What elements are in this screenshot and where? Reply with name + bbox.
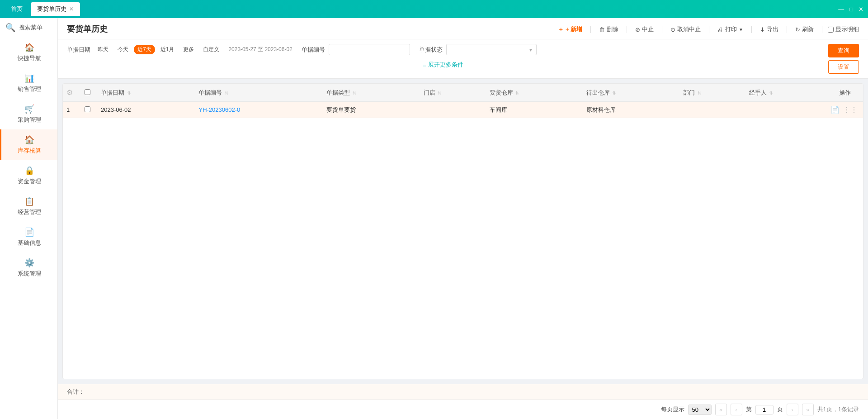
col-store-sort-icon[interactable]: ⇅ [438, 90, 441, 95]
date-btn-today[interactable]: 今天 [114, 45, 132, 54]
date-quick-btns: 昨天 今天 近7天 近1月 更多 自定义 [94, 45, 223, 54]
col-pending-sort-icon[interactable]: ⇅ [612, 90, 616, 95]
sidebar-purchase-label: 采购管理 [18, 116, 41, 124]
doc-number-input[interactable] [329, 44, 410, 55]
tab-close-icon[interactable]: ✕ [69, 6, 74, 12]
stop-button[interactable]: ⊘ 中止 [632, 24, 656, 35]
tab-home[interactable]: 首页 [5, 2, 29, 16]
row-edit-icon[interactable]: 📄 [830, 105, 840, 114]
row-store [420, 102, 486, 118]
export-label: 导出 [767, 25, 778, 33]
current-page-input[interactable]: 1 [755, 405, 774, 414]
status-select[interactable] [446, 44, 537, 55]
tab-home-label: 首页 [11, 5, 23, 13]
col-date-sort-icon[interactable]: ⇅ [127, 90, 131, 95]
display-detail-toggle[interactable]: 显示明细 [828, 25, 859, 33]
col-doc-number-sort-icon[interactable]: ⇅ [225, 90, 228, 95]
sidebar-item-finance[interactable]: 🔒 资金管理 [0, 160, 57, 191]
query-button[interactable]: 查询 [828, 44, 859, 57]
row-doc-number[interactable]: YH-20230602-0 [195, 102, 323, 118]
document-icon: 📄 [24, 227, 34, 237]
sidebar-item-basic-info[interactable]: 📄 基础信息 [0, 222, 57, 252]
doc-number-filter-group: 单据编号 [302, 44, 410, 55]
home-icon: 🏠 [24, 43, 34, 52]
sidebar-item-sales[interactable]: 📊 销售管理 [0, 68, 57, 99]
data-table: ⚙ 单据日期 ⇅ 单据编号 ⇅ [63, 84, 863, 118]
window-controls: — □ ✕ [838, 6, 863, 13]
divider-1 [590, 26, 591, 33]
sidebar-item-quick-nav[interactable]: 🏠 快捷导航 [0, 37, 57, 68]
divider-3 [662, 26, 662, 33]
filter-settings-button[interactable]: 设置 [828, 60, 859, 74]
stop-icon: ⊘ [635, 26, 640, 33]
per-page-select[interactable]: 50 100 [688, 405, 712, 415]
row-checkbox [81, 102, 97, 118]
row-select-checkbox[interactable] [85, 106, 90, 112]
expand-more-btn[interactable]: ≡ 展开更多条件 [67, 59, 819, 71]
prev-page-btn[interactable]: ‹ [731, 404, 742, 415]
col-action: 操作 [827, 84, 863, 102]
next-page-btn[interactable]: › [787, 404, 798, 415]
sidebar-item-purchase[interactable]: 🛒 采购管理 [0, 99, 57, 129]
divider-2 [627, 26, 627, 33]
col-action-label: 操作 [839, 89, 851, 96]
next-page-icon: › [791, 406, 793, 413]
col-pending-warehouse: 待出仓库 ⇅ [583, 84, 679, 102]
maximize-icon[interactable]: □ [849, 6, 853, 13]
sidebar-item-operations[interactable]: 📋 经营管理 [0, 191, 57, 222]
col-doc-type-sort-icon[interactable]: ⇅ [353, 90, 356, 95]
date-filter-group: 单据日期 昨天 今天 近7天 近1月 更多 自定义 2023-05-27 至 2… [67, 45, 292, 54]
prev-page-icon: ‹ [735, 406, 737, 413]
col-dept-sort-icon[interactable]: ⇅ [698, 90, 701, 95]
refresh-button[interactable]: ↻ 刷新 [793, 24, 816, 35]
sidebar-item-search[interactable]: 🔍 搜索菜单 [0, 18, 57, 37]
export-button[interactable]: ⬇ 导出 [757, 24, 781, 35]
date-btn-custom[interactable]: 自定义 [199, 45, 223, 54]
export-icon: ⬇ [760, 26, 765, 33]
gear-icon: ⚙️ [24, 258, 34, 268]
select-all-checkbox[interactable] [85, 89, 90, 95]
col-warehouse-label: 要货仓库 [490, 89, 513, 96]
tab-order-history[interactable]: 要货单历史 ✕ [31, 2, 80, 16]
row-actions: 📄 ⋮⋮ [827, 102, 863, 118]
inventory-icon: 🏠 [24, 135, 34, 145]
row-index: 1 [63, 102, 81, 118]
row-more-icon[interactable]: ⋮⋮ [843, 105, 858, 114]
page-suffix: 页 [777, 405, 783, 414]
cancel-stop-button[interactable]: ⊙ 取消中止 [668, 24, 703, 35]
display-detail-checkbox[interactable] [828, 27, 834, 33]
table-footer: 合计： [58, 384, 868, 400]
refresh-icon: ↻ [795, 26, 800, 33]
last-page-btn[interactable]: » [802, 404, 814, 415]
col-warehouse-sort-icon[interactable]: ⇅ [515, 90, 519, 95]
per-page-label: 每页显示 [661, 405, 684, 414]
date-btn-yesterday[interactable]: 昨天 [94, 45, 112, 54]
sidebar-finance-label: 资金管理 [18, 177, 41, 186]
date-btn-1month[interactable]: 近1月 [157, 45, 178, 54]
row-doc-type: 要货单要货 [323, 102, 420, 118]
row-warehouse: 车间库 [486, 102, 583, 118]
new-button[interactable]: ＋ + 新增 [555, 24, 585, 35]
sidebar-item-inventory[interactable]: 🏠 库存核算 [0, 129, 57, 160]
content-area: 要货单历史 ＋ + 新增 🗑 删除 ⊘ 中止 [58, 18, 868, 419]
chart-icon: 📊 [24, 73, 34, 83]
date-btn-7days[interactable]: 近7天 [134, 45, 155, 54]
print-label: 打印 [725, 25, 737, 33]
col-handler-sort-icon[interactable]: ⇅ [769, 90, 773, 95]
filter-actions: 查询 设置 [828, 44, 859, 74]
first-page-btn[interactable]: « [715, 404, 727, 415]
minimize-icon[interactable]: — [838, 6, 844, 13]
table-settings-icon[interactable]: ⚙ [66, 89, 73, 96]
print-button[interactable]: 🖨 打印 ▼ [715, 24, 746, 35]
tab-list: 首页 要货单历史 ✕ [5, 2, 838, 16]
divider-4 [709, 26, 709, 33]
doc-number-link[interactable]: YH-20230602-0 [198, 106, 240, 113]
delete-button[interactable]: 🗑 删除 [596, 24, 621, 35]
close-icon[interactable]: ✕ [859, 6, 863, 13]
col-department-label: 部门 [683, 89, 695, 96]
date-btn-more[interactable]: 更多 [179, 45, 198, 54]
sidebar-item-system[interactable]: ⚙️ 系统管理 [0, 252, 57, 283]
sidebar-inventory-label: 库存核算 [18, 147, 41, 155]
last-page-icon: » [806, 406, 809, 413]
stop-label: 中止 [642, 25, 654, 33]
